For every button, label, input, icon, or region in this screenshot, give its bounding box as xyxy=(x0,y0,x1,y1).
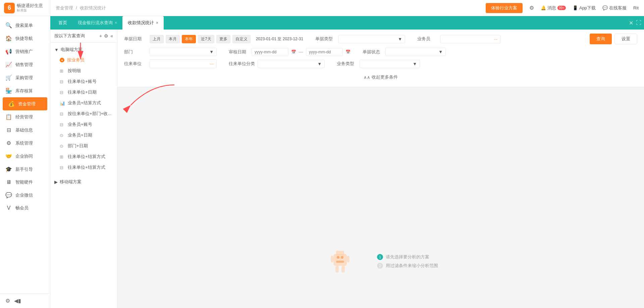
doc-type-dropdown-icon: ▼ xyxy=(398,37,402,42)
tab-receipt-stats[interactable]: 收款情况统计 × xyxy=(122,16,164,30)
collapse-panel-icon[interactable]: « xyxy=(110,33,113,39)
date-btn-this-month[interactable]: 本月 xyxy=(166,35,180,43)
settings-button[interactable]: 设置 xyxy=(614,34,637,44)
window-close-icon[interactable]: ✕ xyxy=(629,20,633,26)
scheme-salesperson-account[interactable]: ⊟ 业务员+账号 xyxy=(50,119,117,130)
tab-bank-flow[interactable]: 现金银行流水查询 × xyxy=(72,16,122,30)
dept-select[interactable]: ▼ xyxy=(150,48,217,56)
counterpart-select[interactable]: ··· xyxy=(150,59,217,68)
scheme-dept-date[interactable]: ⊙ 部门+日期 xyxy=(50,141,117,151)
salesperson-scheme-icon: ● xyxy=(60,58,64,62)
counterpart-type-select[interactable]: ▼ xyxy=(258,60,325,68)
sidebar-item-system[interactable]: ⚙ 系统管理 xyxy=(0,137,50,150)
review-date-from[interactable] xyxy=(252,48,288,56)
settings-icon[interactable]: ⚙ xyxy=(529,5,534,11)
left-scheme-panel: 按以下方案查询 + ⚙ « xyxy=(50,30,117,308)
sidebar-item-member[interactable]: V 畅会员 xyxy=(0,202,50,214)
sidebar-item-marketing[interactable]: 📢 营销推广 xyxy=(0,45,50,58)
business-type-select[interactable]: ▼ xyxy=(360,60,420,68)
tab-home[interactable]: 首页 xyxy=(53,16,72,30)
sales-icon: 📈 xyxy=(5,61,12,68)
empty-step-2: 2 用过滤条件来缩小分析范围 xyxy=(377,263,438,269)
logo-area: 6 畅捷通好生意 标准版 xyxy=(0,0,50,16)
date-btn-last-month[interactable]: 上月 xyxy=(150,35,164,43)
sidebar-item-search[interactable]: 🔍 搜索菜单 xyxy=(0,19,50,32)
collapse-filter-btn[interactable]: ∧∧ 收起更多条件 xyxy=(124,71,637,83)
counterpart-date-icon: ⊟ xyxy=(60,90,65,95)
sidebar-item-enterprise[interactable]: 🤝 企业协同 xyxy=(0,150,50,163)
settings-scheme-icon[interactable]: ⚙ xyxy=(104,33,108,39)
doc-type-label: 单据类型 xyxy=(315,36,335,42)
date-btn-this-year[interactable]: 本年 xyxy=(182,35,196,43)
doc-type-select[interactable]: ▼ xyxy=(338,35,405,43)
app-download-btn[interactable]: 📱 App下载 xyxy=(573,5,596,11)
salesperson-payment-icon: 📊 xyxy=(60,101,65,106)
scheme-salesperson-payment[interactable]: 📊 业务员+结算方式 xyxy=(50,98,117,108)
tab-receipt-stats-close[interactable]: × xyxy=(156,20,158,25)
mobile-scheme-group: ▶ 移动端方案 xyxy=(50,175,117,189)
sidebar-item-hardware[interactable]: 🖥 智能硬件 xyxy=(0,176,50,189)
sidebar-item-business[interactable]: 📋 经营管理 xyxy=(0,110,50,123)
sidebar-item-quicknav[interactable]: 🏠 快捷导航 xyxy=(0,32,50,45)
app-name: 畅捷通好生意 xyxy=(17,3,43,8)
notification-btn[interactable]: 🔔 消息 99+ xyxy=(541,5,566,11)
collapse-label: 收起更多条件 xyxy=(372,74,398,80)
wechat-icon: 💬 xyxy=(5,192,12,198)
desktop-group-header[interactable]: ▼ 电脑端方案 xyxy=(50,45,117,55)
date-btn-custom[interactable]: 自定义 xyxy=(232,35,251,43)
date-btn-last-7[interactable]: 近7天 xyxy=(198,35,214,43)
mobile-group-header[interactable]: ▶ 移动端方案 xyxy=(50,177,117,187)
hardware-icon: 🖥 xyxy=(5,179,12,185)
window-expand-icon[interactable]: ⛶ xyxy=(636,20,641,26)
add-scheme-icon[interactable]: + xyxy=(99,33,102,39)
finance-icon: 💰 xyxy=(8,101,15,107)
doc-status-select[interactable]: ▼ xyxy=(385,48,446,56)
scheme-counterpart-account-label: 往来单位+账号 xyxy=(68,79,97,85)
salesperson-select[interactable]: ··· xyxy=(440,35,500,43)
scheme-counterpart-date[interactable]: ⊟ 往来单位+日期 xyxy=(50,87,117,98)
sidebar-item-inventory[interactable]: 🏪 库存核算 xyxy=(0,84,50,97)
sidebar-item-basicinfo[interactable]: ⊟ 基础信息 xyxy=(0,123,50,137)
svg-rect-3 xyxy=(336,251,344,255)
sidebar-item-sales[interactable]: 📈 销售管理 xyxy=(0,58,50,71)
desktop-group-label: 电脑端方案 xyxy=(61,47,83,53)
online-service-btn[interactable]: 💬 在线客服 xyxy=(602,5,627,11)
counterpart-dept-icon: ⊟ xyxy=(60,111,65,116)
sidebar-item-finance[interactable]: 💰 资金管理 xyxy=(3,97,47,110)
date-label: 单据日期 xyxy=(124,36,144,42)
date-btn-more[interactable]: 更多 xyxy=(216,35,230,43)
user-avatar[interactable]: Rit xyxy=(633,5,639,10)
scheme-counterpart-account[interactable]: ⊟ 往来单位+账号 xyxy=(50,76,117,87)
dept-dropdown-icon: ▼ xyxy=(209,49,214,54)
scheme-detail-label: 按明细 xyxy=(68,68,81,74)
search-icon: 🔍 xyxy=(5,22,12,29)
scheme-by-salesperson[interactable]: ● 按业务员 xyxy=(50,55,117,65)
scheme-counterpart-settlement1-label: 往来单位+结算方式 xyxy=(68,154,105,160)
settings-bottom-icon[interactable]: ⚙ xyxy=(5,298,10,304)
sidebar-item-guide[interactable]: 🎓 新手引导 xyxy=(0,163,50,176)
scheme-counterpart-dept[interactable]: ⊟ 按往来单位+部门+收... xyxy=(50,108,117,119)
scheme-by-detail[interactable]: ⊞ 按明细 xyxy=(50,65,117,76)
marketing-icon: 📢 xyxy=(5,48,12,55)
scheme-salesperson-payment-label: 业务员+结算方式 xyxy=(68,100,101,106)
notification-label: 消息 xyxy=(547,5,556,11)
query-button[interactable]: 查询 xyxy=(590,34,612,44)
review-date-to[interactable] xyxy=(306,48,343,56)
scheme-counterpart-settlement1[interactable]: ⊞ 往来单位+结算方式 xyxy=(50,151,117,162)
sidebar-search-label: 搜索菜单 xyxy=(15,22,33,29)
scheme-counterpart-settlement2[interactable]: ⊟ 往来单位+结算方式 xyxy=(50,162,117,173)
svg-rect-6 xyxy=(336,261,344,263)
sidebar-item-wechat[interactable]: 💬 企业微信 xyxy=(0,189,50,202)
collapse-sidebar-icon[interactable]: ◀▮ xyxy=(14,298,21,304)
sidebar-hardware-label: 智能硬件 xyxy=(15,179,33,185)
sidebar-item-purchase[interactable]: 🛒 采购管理 xyxy=(0,71,50,84)
tab-bank-flow-close[interactable]: × xyxy=(115,20,117,25)
scheme-salesperson-date[interactable]: ⊙ 业务员+日期 xyxy=(50,130,117,141)
right-content: 单据日期 上月 本月 本年 近7天 更多 自定义 2023-01-01 至 20… xyxy=(117,30,644,308)
counterpart-settlement2-icon: ⊟ xyxy=(60,165,65,170)
sidebar-system-label: 系统管理 xyxy=(15,140,33,146)
notification-badge: 99+ xyxy=(557,6,566,10)
sidebar-enterprise-label: 企业协同 xyxy=(15,153,33,159)
sidebar-basicinfo-label: 基础信息 xyxy=(15,127,33,133)
trial-button[interactable]: 体验行业方案 xyxy=(486,3,523,13)
